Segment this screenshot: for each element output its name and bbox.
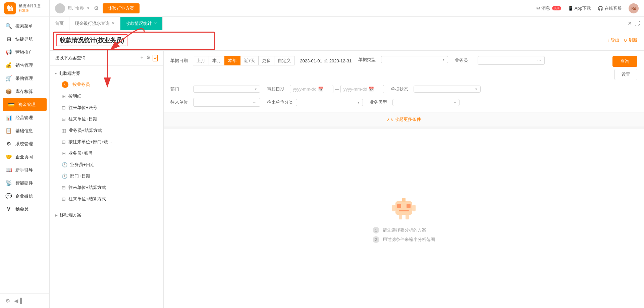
- audit-date-label: 审核日期: [267, 86, 287, 92]
- sidebar-item-purchase[interactable]: 🛒 采购管理: [0, 72, 49, 85]
- collapse-bar[interactable]: ∧∧ 收起更多条件: [164, 112, 644, 126]
- left-panel-header-icons: ＋ ⚙ «: [140, 55, 158, 61]
- sidebar-item-wechat[interactable]: 💬 企业微信: [0, 190, 49, 203]
- header-gear-icon[interactable]: ⚙: [94, 5, 99, 11]
- sidebar-item-system[interactable]: ⚙ 系统管理: [0, 137, 49, 150]
- sidebar-item-business[interactable]: 📊 经营管理: [0, 111, 49, 124]
- step-1-num: 1: [373, 227, 379, 234]
- svg-rect-5: [392, 205, 395, 211]
- guide-icon: 📖: [5, 167, 12, 173]
- online-service-icon: 🎧: [598, 6, 603, 11]
- scheme-group-desktop-header[interactable]: ▾ 电脑端方案: [50, 68, 163, 79]
- left-panel-collapse-icon[interactable]: «: [153, 55, 158, 61]
- app-download-btn[interactable]: 📱 App下载: [568, 5, 591, 11]
- date-tab-last-month[interactable]: 上月: [193, 56, 209, 65]
- svg-rect-7: [399, 215, 402, 219]
- sidebar-item-finance[interactable]: 💳 资金管理: [3, 98, 47, 111]
- active-dot: ↻: [62, 81, 68, 88]
- settings-footer-icon[interactable]: ⚙: [5, 298, 10, 304]
- settings-btn[interactable]: 设置: [614, 69, 637, 80]
- partner-more-dots[interactable]: ···: [253, 100, 257, 105]
- audit-date-start[interactable]: yyyy-mm-dd 📅: [290, 85, 333, 93]
- scheme-item-by-salesperson[interactable]: ↻ 按业务员: [50, 79, 163, 91]
- sidebar-item-quick-nav[interactable]: ⊞ 快捷导航: [0, 33, 49, 46]
- user-info: 用户名称 ▼: [55, 3, 90, 13]
- audit-end-cal-icon: 📅: [369, 87, 374, 92]
- audit-date-end[interactable]: yyyy-mm-dd 📅: [340, 85, 384, 93]
- tab-cash-bank[interactable]: 现金银行流水查询 ✕: [69, 17, 120, 30]
- scheme-item-salesperson-account[interactable]: ⊟ 业务员+账号: [50, 148, 163, 159]
- partner-settle2-icon: ⊟: [62, 196, 66, 202]
- sales-icon: 💰: [5, 62, 12, 68]
- collapse-sidebar-icon[interactable]: ◀▐: [14, 298, 22, 304]
- sidebar-item-marketing[interactable]: 📢 营销推广: [0, 46, 49, 59]
- salesperson-more-dots[interactable]: ···: [537, 58, 541, 63]
- scheme-group-mobile-header[interactable]: ▶ 移动端方案: [50, 210, 163, 220]
- audit-start-cal-icon: 📅: [318, 87, 323, 92]
- tab-collection-stats[interactable]: 收款情况统计 ✕: [120, 17, 163, 30]
- message-btn[interactable]: ✉ 消息 99+: [536, 5, 561, 11]
- scheme-item-salesperson-settle[interactable]: ▥ 业务员+结算方式: [50, 125, 163, 136]
- tab-close-icon[interactable]: ✕: [628, 20, 632, 27]
- date-tab-this-year[interactable]: 本年: [224, 56, 240, 65]
- partner-settle1-icon: ⊟: [62, 185, 66, 190]
- salesperson-dropdown[interactable]: ···: [478, 56, 545, 65]
- sidebar-navigation: 🔍 搜索菜单 ⊞ 快捷导航 📢 营销推广 💰 销售管理 🛒 采购管理 📦 库存核…: [0, 17, 49, 293]
- date-label: 单据日期: [170, 58, 191, 64]
- dept-dropdown[interactable]: ▾: [193, 86, 260, 93]
- sidebar-item-sales[interactable]: 💰 销售管理: [0, 59, 49, 72]
- tab-cash-bank-close[interactable]: ✕: [112, 21, 115, 25]
- sidebar-item-member[interactable]: V 畅会员: [0, 203, 49, 215]
- export-btn[interactable]: ↑ 导出: [607, 37, 620, 43]
- sidebar-item-smart-hw[interactable]: 📡 智能硬件: [0, 176, 49, 190]
- date-tab-7days[interactable]: 近7天: [240, 56, 259, 65]
- left-panel-add-icon[interactable]: ＋: [140, 55, 144, 61]
- biz-type-dropdown[interactable]: ▾: [392, 99, 460, 106]
- marketing-icon: 📢: [5, 49, 12, 55]
- placeholder-step-2: 2 用过滤条件来缩小分析范围: [373, 236, 435, 243]
- audit-date-group: yyyy-mm-dd 📅 — yyyy-mm-dd 📅: [290, 85, 384, 93]
- query-btn[interactable]: 查询: [612, 56, 637, 67]
- tab-bar: 首页 现金银行流水查询 ✕ 收款情况统计 ✕ ✕ ⛶: [50, 17, 644, 30]
- scheme-item-partner-settle1[interactable]: ⊟ 往来单位+结算方式: [50, 182, 163, 193]
- sidebar-item-enterprise[interactable]: 🤝 企业协同: [0, 150, 49, 163]
- scheme-item-salesperson-date[interactable]: 🕐 业务员+日期: [50, 159, 163, 170]
- partner-dropdown[interactable]: ···: [193, 98, 260, 107]
- refresh-icon: ↻: [624, 38, 627, 43]
- left-panel-settings-icon[interactable]: ⚙: [146, 55, 151, 61]
- user-dropdown-arrow[interactable]: ▼: [87, 6, 90, 10]
- sidebar-item-base-info[interactable]: 📋 基础信息: [0, 124, 49, 137]
- sidebar-item-guide[interactable]: 📖 新手引导: [0, 163, 49, 176]
- app-download-icon: 📱: [568, 6, 573, 11]
- salesperson-settle-icon: ▥: [62, 128, 66, 133]
- svg-rect-2: [407, 204, 411, 208]
- page-title: 收款情况统计(按业务员): [56, 34, 127, 46]
- sidebar-item-search-menu[interactable]: 🔍 搜索菜单: [0, 19, 49, 33]
- scheme-item-dept-date[interactable]: 🕐 部门+日期: [50, 170, 163, 182]
- date-tab-more[interactable]: 更多: [258, 56, 274, 65]
- tab-collection-stats-close[interactable]: ✕: [154, 21, 157, 25]
- date-tab-custom[interactable]: 自定义: [274, 56, 294, 65]
- refresh-btn[interactable]: ↻ 刷新: [624, 37, 637, 43]
- trial-btn[interactable]: 体验行业方案: [103, 3, 140, 13]
- scheme-item-partner-account[interactable]: ⊟ 往来单位+账号: [50, 102, 163, 113]
- scheme-item-partner-dept[interactable]: ⊟ 按往来单位+部门+收...: [50, 136, 163, 148]
- scheme-item-partner-date[interactable]: ⊟ 往来单位+日期: [50, 113, 163, 125]
- salesperson-account-icon: ⊟: [62, 151, 66, 156]
- top-header: 用户名称 ▼ ⚙ 体验行业方案 ✉ 消息 99+ 📱 App下载 🎧 在线客服 …: [50, 0, 644, 17]
- svg-rect-8: [406, 215, 409, 219]
- voucher-type-dropdown[interactable]: ▾: [381, 56, 448, 63]
- scheme-item-by-detail[interactable]: ⊞ 按明细: [50, 91, 163, 102]
- tab-expand-icon[interactable]: ⛶: [635, 20, 640, 27]
- online-service-btn[interactable]: 🎧 在线客服: [598, 5, 622, 11]
- voucher-status-dropdown[interactable]: ▾: [414, 86, 481, 93]
- user-name-text: 用户名称: [68, 5, 84, 11]
- user-right-avatar[interactable]: Rit: [629, 3, 639, 13]
- tab-home[interactable]: 首页: [50, 17, 69, 30]
- scheme-item-partner-settle2[interactable]: ⊟ 往来单位+结算方式: [50, 193, 163, 205]
- date-tab-this-month[interactable]: 本月: [209, 56, 225, 65]
- data-placeholder: 1 请先选择要分析的方案 2 用过滤条件来缩小分析范围: [373, 195, 435, 243]
- sidebar-item-inventory[interactable]: 📦 库存核算: [0, 85, 49, 98]
- base-info-icon: 📋: [5, 127, 12, 134]
- partner-category-dropdown[interactable]: ▾: [296, 99, 363, 106]
